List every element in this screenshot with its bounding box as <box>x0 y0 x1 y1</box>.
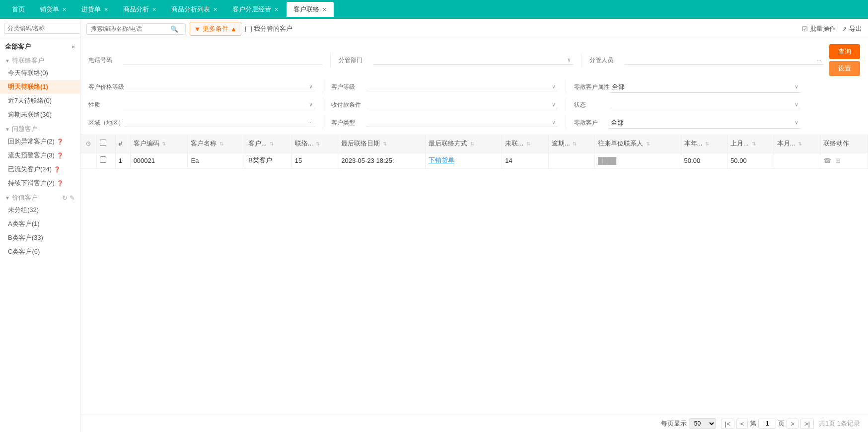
nav-home[interactable]: 首页 <box>5 2 32 17</box>
query-button[interactable]: 查询 <box>829 44 860 59</box>
sidebar-item-tomorrow[interactable]: 明天待联络(1) <box>0 80 80 94</box>
row-name: Ea <box>188 152 245 169</box>
col-name[interactable]: 客户名称 ⇅ <box>188 135 245 152</box>
col-last-date[interactable]: 最后联络日期 ⇅ <box>338 135 426 152</box>
sidebar-item-lost[interactable]: 已流失客户(24) ❓ <box>0 162 80 176</box>
export-button[interactable]: ↗ 导出 <box>842 24 862 33</box>
toolbar: 🔍 ▼ 更多条件 ▲ 我分管的客户 ☑ 批量操作 ↗ 导出 <box>80 19 868 39</box>
search-input[interactable] <box>91 25 170 32</box>
sidebar-item-repurchase-abnormal[interactable]: 回购异常客户(2) ❓ <box>0 135 80 148</box>
first-page-button[interactable]: |< <box>721 419 734 429</box>
close-icon[interactable]: ✕ <box>62 6 67 12</box>
col-type[interactable]: 客户... ⇅ <box>245 135 292 152</box>
filter-row-2: 客户价格等级 ∨ 客户等级 ∨ 零散客户属性 <box>88 80 860 94</box>
sidebar-item-class-b[interactable]: B类客户(33) <box>0 231 80 245</box>
my-customers-checkbox-label[interactable]: 我分管的客户 <box>245 24 292 33</box>
per-page-label: 每页显示 <box>661 419 687 428</box>
chevron-down-icon: ∨ <box>795 83 798 90</box>
close-icon[interactable]: ✕ <box>213 6 217 12</box>
close-icon[interactable]: ✕ <box>104 6 108 12</box>
content-area: 🔍 ▼ 更多条件 ▲ 我分管的客户 ☑ 批量操作 ↗ 导出 <box>80 19 868 432</box>
sidebar-item-class-a[interactable]: A类客户(1) <box>0 217 80 231</box>
manager-label: 分管人员 <box>589 56 624 65</box>
customer-level-select[interactable]: ∨ <box>366 82 558 91</box>
close-icon[interactable]: ✕ <box>322 6 327 12</box>
page-input[interactable] <box>758 419 776 429</box>
filter-payment: 收付款条件 ∨ <box>331 98 558 112</box>
sidebar-search-input[interactable] <box>4 23 80 34</box>
nav-customer-contact[interactable]: 客户联络✕ <box>287 2 334 17</box>
sort-icon: ⇅ <box>646 141 650 146</box>
retail-attr-select[interactable]: 全部 ∨ <box>610 81 800 93</box>
row-contact: 15 <box>291 152 338 169</box>
help-icon[interactable]: ❓ <box>57 152 64 159</box>
search-icon[interactable]: 🔍 <box>170 25 178 33</box>
action-grid-icon[interactable]: ⊞ <box>835 157 841 164</box>
col-last-month[interactable]: 上月... ⇅ <box>727 135 774 152</box>
phone-input[interactable] <box>123 56 322 65</box>
page-label: 第 <box>750 419 756 428</box>
area-select[interactable]: ··· <box>124 119 315 127</box>
sidebar-item-7days[interactable]: 近7天待联络(0) <box>0 94 80 108</box>
more-icon[interactable]: ··· <box>308 120 313 126</box>
col-contact[interactable]: 联络... ⇅ <box>291 135 338 152</box>
sidebar: 🔍 全部客户 « ▼ 待联络客户 今天待联络(0) 明天待联络(1) 近7天待联… <box>0 19 80 432</box>
col-last-method[interactable]: 最后联络方式 ⇅ <box>426 135 502 152</box>
prev-page-button[interactable]: < <box>736 419 748 429</box>
col-this-year[interactable]: 本年... ⇅ <box>681 135 727 152</box>
col-unit-contact[interactable]: 往来单位联系人 ⇅ <box>595 135 681 152</box>
help-icon[interactable]: ❓ <box>54 166 61 173</box>
sidebar-item-declining[interactable]: 持续下滑客户(2) ❓ <box>0 176 80 190</box>
close-icon[interactable]: ✕ <box>274 6 279 12</box>
sidebar-item-class-c[interactable]: C类客户(6) <box>0 245 80 259</box>
nav-product-analysis[interactable]: 商品分析✕ <box>116 2 163 17</box>
nav-purchase[interactable]: 进货单✕ <box>74 2 115 17</box>
payment-select[interactable]: ∨ <box>366 100 558 109</box>
last-page-button[interactable]: >| <box>800 419 814 429</box>
refresh-icon[interactable]: ↻ <box>62 194 68 202</box>
sidebar-item-overdue[interactable]: 逾期未联络(30) <box>0 108 80 122</box>
per-page-select[interactable]: 50 100 200 <box>689 418 716 429</box>
batch-operation-button[interactable]: ☑ 批量操作 <box>802 24 836 33</box>
edit-icon[interactable]: ✎ <box>70 194 75 202</box>
more-icon[interactable]: ··· <box>817 57 821 63</box>
nav-customer-tier[interactable]: 客户分层经营✕ <box>225 2 286 17</box>
row-select-checkbox[interactable] <box>100 156 106 163</box>
col-this-month[interactable]: 本月... ⇅ <box>774 135 820 152</box>
help-icon[interactable]: ❓ <box>57 180 64 187</box>
pagination: |< < 第 页 > >| <box>721 419 814 429</box>
col-code[interactable]: 客户编码 ⇅ <box>130 135 188 152</box>
price-level-select[interactable]: ∨ <box>124 82 315 91</box>
nav-sales[interactable]: 销货单✕ <box>33 2 73 17</box>
action-phone-icon[interactable]: ☎ <box>823 157 831 164</box>
col-gear[interactable]: ⚙ <box>80 135 96 152</box>
manager-select[interactable]: ··· <box>624 56 823 65</box>
help-icon[interactable]: ❓ <box>57 139 64 145</box>
nav-product-analysis-list[interactable]: 商品分析列表✕ <box>164 2 224 17</box>
customer-type-select[interactable]: ∨ <box>366 118 558 127</box>
total-records: 共1页 1条记录 <box>819 419 860 428</box>
col-checkbox[interactable] <box>96 135 115 152</box>
more-filter-button[interactable]: ▼ 更多条件 ▲ <box>190 22 241 36</box>
retail-label: 零散客户 <box>574 119 609 127</box>
next-page-button[interactable]: > <box>787 419 798 429</box>
sidebar-item-churn-warning[interactable]: 流失预警客户(3) ❓ <box>0 148 80 162</box>
row-checkbox[interactable] <box>96 152 115 169</box>
retail-select[interactable]: 全部 ∨ <box>609 117 800 129</box>
row-last-method[interactable]: 下销货单 <box>426 152 502 169</box>
my-customers-checkbox[interactable] <box>245 26 252 32</box>
sidebar-all-customers[interactable]: 全部客户 « <box>0 38 80 53</box>
set-button[interactable]: 设置 <box>829 61 860 76</box>
close-icon[interactable]: ✕ <box>152 6 156 12</box>
sidebar-item-ungrouped[interactable]: 未分组(32) <box>0 203 80 217</box>
collapse-icon[interactable]: « <box>72 43 75 50</box>
col-overdue[interactable]: 逾期... ⇅ <box>548 135 595 152</box>
nature-select[interactable]: ∨ <box>123 100 315 109</box>
sidebar-item-today[interactable]: 今天待联络(0) <box>0 66 80 80</box>
select-all-checkbox[interactable] <box>100 140 106 146</box>
sidebar-group-problem: ▼ 问题客户 <box>0 122 80 135</box>
status-select[interactable]: ∨ <box>609 100 800 109</box>
col-not-contact[interactable]: 未联... ⇅ <box>502 135 549 152</box>
search-box[interactable]: 🔍 <box>86 23 186 35</box>
dept-select[interactable]: ∨ <box>373 56 573 65</box>
